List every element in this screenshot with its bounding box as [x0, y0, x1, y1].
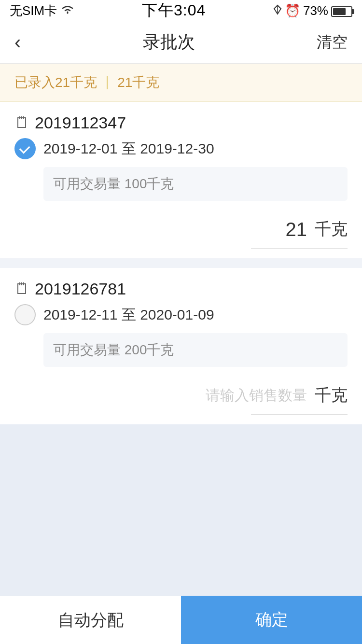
batch-date-1: 2019-12-01 至 2019-12-30: [43, 139, 214, 159]
batch-id-2: 2019126781: [35, 280, 126, 298]
quantity-row-2: 请输入销售数量 千克: [0, 377, 362, 414]
alarm-icon: ⏰: [285, 3, 300, 18]
time-display: 下午3:04: [142, 0, 206, 21]
batch-item-1: 🗒 2019112347 2019-12-01 至 2019-12-30 可用交…: [0, 102, 362, 201]
nav-bar: ‹ 录批次 清空: [0, 21, 362, 64]
empty-area: [0, 424, 362, 608]
batch-available-2: 可用交易量 200千克: [43, 333, 348, 367]
status-left: 无SIM卡: [10, 2, 74, 19]
battery-percent: 73%: [303, 3, 328, 18]
quantity-unit-1: 千克: [315, 218, 348, 240]
location-icon: [273, 3, 282, 18]
bottom-buttons: 自动分配 确定: [0, 596, 362, 644]
batch-date-2: 2019-12-11 至 2020-01-09: [43, 305, 214, 325]
quantity-row-1: 千克: [0, 210, 362, 248]
recorded-value: 21千克: [117, 73, 159, 92]
battery-icon: [331, 3, 352, 18]
status-right: ⏰ 73%: [273, 3, 352, 18]
batch-card-1: 🗒 2019112347 2019-12-01 至 2019-12-30 可用交…: [0, 102, 362, 258]
batch-row-1[interactable]: 2019-12-01 至 2019-12-30: [14, 138, 348, 159]
quantity-unit-2: 千克: [315, 384, 348, 406]
radio-button-2[interactable]: [14, 304, 36, 325]
batch-doc-icon-2: 🗒: [14, 280, 30, 298]
page-title: 录批次: [143, 30, 195, 54]
batch-item-2: 🗒 2019126781 2019-12-11 至 2020-01-09 可用交…: [0, 268, 362, 367]
batch-doc-icon-1: 🗒: [14, 114, 30, 132]
batch-card-2: 🗒 2019126781 2019-12-11 至 2020-01-09 可用交…: [0, 268, 362, 424]
carrier-text: 无SIM卡: [10, 2, 57, 19]
batch-header-2: 🗒 2019126781: [14, 280, 348, 298]
info-divider: [107, 76, 108, 89]
back-button[interactable]: ‹: [14, 31, 21, 53]
wifi-icon: [61, 3, 74, 18]
quantity-input-1[interactable]: [249, 219, 307, 240]
batch-id-1: 2019112347: [35, 113, 126, 132]
auto-distribute-button[interactable]: 自动分配: [0, 596, 181, 644]
recorded-label: 已录入21千克: [14, 73, 97, 92]
status-bar: 无SIM卡 下午3:04 ⏰ 73%: [0, 0, 362, 21]
radio-button-1[interactable]: [14, 138, 36, 159]
clear-button[interactable]: 清空: [317, 32, 348, 53]
info-bar: 已录入21千克 21千克: [0, 64, 362, 102]
confirm-button[interactable]: 确定: [181, 596, 362, 644]
section-divider: [0, 258, 362, 268]
batch-header-1: 🗒 2019112347: [14, 113, 348, 132]
batch-row-2[interactable]: 2019-12-11 至 2020-01-09: [14, 304, 348, 325]
batch-available-1: 可用交易量 100千克: [43, 167, 348, 201]
quantity-placeholder-2: 请输入销售数量: [14, 386, 307, 406]
